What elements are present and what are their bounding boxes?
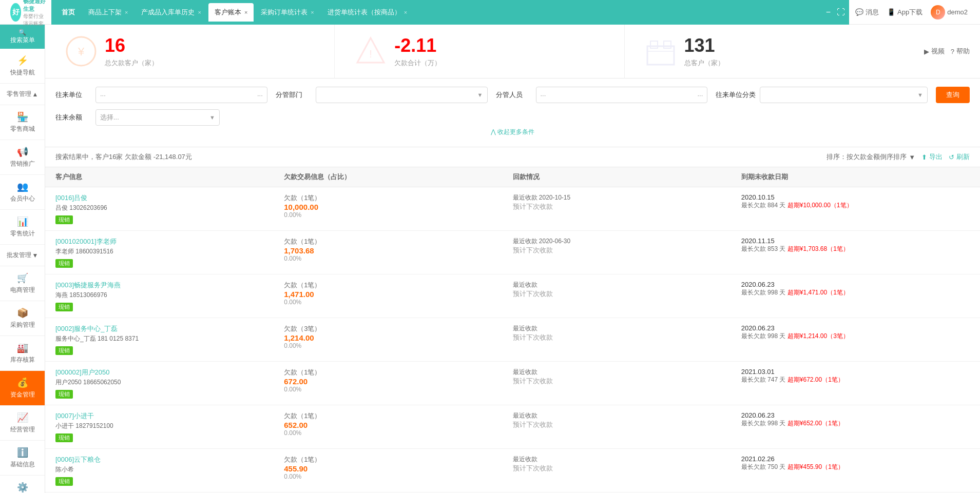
tab-goods-stat[interactable]: 进货单统计表（按商品） × [321,3,413,22]
recovery-last: 最近收款 [513,368,741,377]
chevron-category: ▼ [917,92,923,98]
table-header: 客户信息 欠款交易信息（占比） 回款情况 到期未收款日期 [45,167,980,187]
arrear-amount: 1,471.00 [284,290,512,299]
tab-close-1[interactable]: × [125,9,128,15]
sidebar-item-finance[interactable]: 💰 资金管理 [0,371,45,406]
col-due-date: 到期未收款日期 [741,172,970,182]
search-button[interactable]: 查询 [936,87,970,103]
sidebar-item-retail-stat[interactable]: 📊 零售统计 [0,210,45,245]
sidebar-item-nav[interactable]: ⚡ 快捷导航 [0,49,45,84]
tab-close-5[interactable]: × [404,9,407,15]
due-detail: 最长欠款 750 天 超期¥455.90（1笔） [741,463,970,471]
arrear-info-cell: 欠款（1笔） 455.90 0.00% [284,455,512,480]
svg-text:!: ! [369,48,372,60]
help-icon: ? [951,48,954,55]
filter-select-balance[interactable]: 选择... ▼ [95,109,220,126]
table-row: [000002]用户2050 用户2050 18665062050 现销 欠款（… [45,362,980,405]
table-row: [0007]小进干 小进干 18279152100 现销 欠款（1笔） 652.… [45,405,980,449]
overdue-link[interactable]: 超期¥1,471.00（1笔） [787,289,849,296]
filter-label-manager: 分管人员 [496,90,532,100]
refresh-button[interactable]: ↺ 刷新 [949,152,970,162]
sidebar-item-member[interactable]: 👥 会员中心 [0,175,45,210]
main-content: ¥ 16 总欠款客户（家） ! -2.11 欠款合计（ [45,25,980,493]
export-button[interactable]: ⬆ 导出 [921,152,943,162]
arrear-amount: 1,214.00 [284,333,512,342]
customer-name-link[interactable]: [0002]服务中心_丁磊 [55,325,118,332]
overdue-link[interactable]: 超期¥652.00（1笔） [787,420,844,427]
sidebar-item-basic-info[interactable]: ℹ️ 基础信息 [0,441,45,476]
sidebar-search[interactable]: 🔍 搜索菜单 [0,25,45,49]
arrear-amount: 1,703.68 [284,246,512,255]
sidebar-item-purchase[interactable]: 📦 采购管理 [0,301,45,336]
svg-text:¥: ¥ [78,45,85,58]
overdue-link[interactable]: 超期¥10,000.00（1笔） [787,202,853,209]
tab-close-3[interactable]: × [244,9,247,15]
tab-close-4[interactable]: × [311,9,314,15]
sidebar-item-retail-mgmt[interactable]: 零售管理 ▲ [0,84,45,105]
overdue-link[interactable]: 超期¥1,703.68（1笔） [787,245,849,252]
filter-input-manager[interactable]: ··· [536,87,708,103]
customer-phone: 用户2050 18665062050 [55,378,284,387]
tab-purchase-stat[interactable]: 采购订单统计表 × [255,3,320,22]
collapse-filter-btn[interactable]: ⋀ 收起更多条件 [55,126,970,139]
tag-now: 现销 [55,215,73,224]
debt-icon: ¥ [66,36,97,67]
filter-select-dept[interactable]: ▼ [316,87,488,103]
customer-name-link[interactable]: [0007]小进干 [55,412,94,420]
ecommerce-icon: 🛒 [17,272,28,284]
customer-name-link[interactable]: [0006]云下粮仓 [55,456,101,463]
customer-info-cell: [0007]小进干 小进干 18279152100 现销 [55,411,284,442]
customer-name-link[interactable]: [0016]吕俊 [55,194,87,202]
overdue-link[interactable]: 超期¥1,214.00（3笔） [787,332,849,340]
tag-now: 现销 [55,433,73,442]
filter-group-manager: 分管人员 ··· [496,87,708,103]
due-detail: 最长欠款 998 天 超期¥1,471.00（1笔） [741,288,970,297]
col-arrear-info: 欠款交易信息（占比） [284,172,512,182]
minimize-btn[interactable]: − [826,8,831,17]
tab-close-2[interactable]: × [198,9,201,15]
customer-info-cell: [0003]畅捷服务尹海燕 海燕 18513066976 现销 [55,281,284,311]
tab-production-history[interactable]: 产成品入库单历史 × [135,3,207,22]
results-summary: 搜索结果中，客户16家 欠款金额 -21,148.07元 [55,152,192,162]
filter-label-category: 往来单位分类 [716,90,756,100]
overdue-link[interactable]: 超期¥672.00（1笔） [787,376,844,383]
sidebar-item-ecommerce[interactable]: 🛒 电商管理 [0,266,45,301]
tag-now: 现销 [55,477,73,486]
filter-input-vendor[interactable]: ··· [95,87,267,103]
recovery-next: 预计下次收款 [513,202,741,211]
customer-name-link[interactable]: [0001020001]李老师 [55,238,117,245]
tab-customer-ledger[interactable]: 客户账本 × [208,3,254,22]
recovery-next: 预计下次收款 [513,464,741,473]
col-recovery: 回款情况 [513,172,741,182]
maximize-btn[interactable]: ⛶ [837,8,845,17]
app-download-btn[interactable]: 📱 App下载 [887,8,923,17]
tab-goods-listing[interactable]: 商品上下架 × [82,3,134,22]
overdue-link[interactable]: 超期¥455.90（1笔） [787,463,844,470]
sidebar-item-marketing[interactable]: 📢 营销推广 [0,140,45,175]
filter-select-category[interactable]: ▼ [760,87,928,103]
due-date: 2020.06.23 [741,281,970,288]
sidebar-item-wholesale[interactable]: 批发管理 ▼ [0,245,45,266]
video-help-btn[interactable]: ▶ 视频 [924,47,945,56]
sidebar-item-retail-mall[interactable]: 🏪 零售商城 [0,105,45,140]
customer-phone: 服务中心_丁磊 181 0125 8371 [55,334,284,343]
refresh-icon: ↺ [949,153,954,161]
tag-now: 现销 [55,303,73,311]
customer-name-link[interactable]: [0003]畅捷服务尹海燕 [55,281,121,289]
user-avatar-btn[interactable]: D demo2 [931,5,968,19]
help-btn[interactable]: ? 帮助 [951,47,970,56]
sidebar-item-inventory[interactable]: 🏭 库存核算 [0,336,45,371]
due-cell: 2020.06.23 最长欠款 998 天 超期¥1,471.00（1笔） [741,281,970,297]
arrear-count: 欠款（1笔） [284,411,512,421]
sidebar-item-system[interactable]: ⚙️ 系统管理 [0,476,45,493]
chevron-dept: ▼ [477,92,483,98]
export-icon: ⬆ [921,153,927,161]
message-btn[interactable]: 💬 消息 [855,8,879,17]
results-actions: 排序：按欠款金额倒序排序 ▼ ⬆ 导出 ↺ 刷新 [827,152,970,162]
arrear-ratio: 0.00% [284,429,512,437]
sort-button[interactable]: 排序：按欠款金额倒序排序 ▼ [827,152,915,162]
customer-name-link[interactable]: [000002]用户2050 [55,368,110,376]
tab-home[interactable]: 首页 [55,3,81,22]
stat-card-debt-total: ! -2.11 欠款合计（万） [335,25,624,78]
sidebar-item-operations[interactable]: 📈 经营管理 [0,406,45,441]
